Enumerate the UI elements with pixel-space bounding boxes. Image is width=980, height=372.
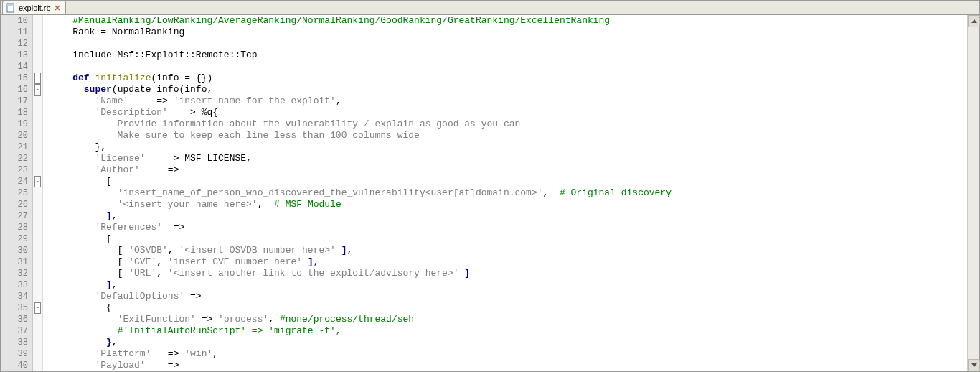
- code-line[interactable]: {: [50, 302, 967, 314]
- fold-cell: [33, 325, 42, 337]
- code-line[interactable]: Make sure to keep each line less than 10…: [50, 130, 967, 141]
- fold-cell: [33, 27, 42, 38]
- fold-cell: [33, 107, 42, 118]
- code-line[interactable]: 'ExitFunction' => 'process', #none/proce…: [50, 314, 967, 325]
- fold-cell[interactable]: -: [33, 176, 42, 187]
- code-line[interactable]: 'DefaultOptions' =>: [50, 291, 967, 302]
- line-number: 15: [1, 73, 32, 84]
- code-line[interactable]: [ 'OSVDB', '<insert OSVDB number here>' …: [50, 245, 967, 256]
- fold-cell: [33, 279, 42, 291]
- fold-cell: [33, 130, 42, 141]
- code-line[interactable]: },: [50, 141, 967, 153]
- code-line[interactable]: 'Author' =>: [50, 164, 967, 176]
- code-line[interactable]: '<insert your name here>', # MSF Module: [50, 199, 967, 210]
- line-number: 19: [1, 118, 32, 130]
- fold-cell: [33, 245, 42, 256]
- code-line[interactable]: 'License' => MSF_LICENSE,: [50, 153, 967, 164]
- line-number: 30: [1, 245, 32, 256]
- fold-toggle-icon[interactable]: -: [34, 84, 41, 96]
- code-line[interactable]: 'Payload' =>: [50, 360, 967, 371]
- line-number: 27: [1, 210, 32, 222]
- svg-rect-1: [7, 4, 14, 6]
- line-number: 26: [1, 199, 32, 210]
- chevron-down-icon: [971, 363, 977, 367]
- code-line[interactable]: [ 'CVE', 'insert CVE number here' ],: [50, 256, 967, 268]
- fold-cell: [33, 233, 42, 245]
- line-number: 35: [1, 302, 32, 314]
- fold-cell: [33, 360, 42, 371]
- code-line[interactable]: },: [50, 337, 967, 348]
- line-number: 34: [1, 291, 32, 302]
- line-number: 32: [1, 268, 32, 279]
- line-number: 33: [1, 279, 32, 291]
- code-line[interactable]: super(update_info(info,: [50, 84, 967, 96]
- code-line[interactable]: [50, 61, 967, 73]
- fold-cell: [33, 291, 42, 302]
- line-number: 10: [1, 15, 32, 27]
- code-line[interactable]: Rank = NormalRanking: [50, 27, 967, 38]
- fold-cell: [33, 96, 42, 107]
- fold-cell: [33, 268, 42, 279]
- line-number: 18: [1, 107, 32, 118]
- line-number: 38: [1, 337, 32, 348]
- fold-toggle-icon[interactable]: -: [34, 73, 41, 84]
- code-line[interactable]: [: [50, 176, 967, 187]
- fold-cell: [33, 348, 42, 360]
- fold-toggle-icon[interactable]: -: [34, 176, 41, 187]
- line-number: 14: [1, 61, 32, 73]
- file-icon: [6, 3, 16, 13]
- vertical-scrollbar[interactable]: [967, 15, 979, 371]
- line-number: 23: [1, 164, 32, 176]
- line-number: 29: [1, 233, 32, 245]
- close-icon[interactable]: [54, 4, 61, 11]
- fold-cell: [33, 61, 42, 73]
- fold-cell: [33, 314, 42, 325]
- line-number: 36: [1, 314, 32, 325]
- fold-cell[interactable]: -: [33, 302, 42, 314]
- fold-cell: [33, 153, 42, 164]
- line-number: 22: [1, 153, 32, 164]
- line-number-gutter: 1011121314151617181920212223242526272829…: [1, 15, 33, 371]
- line-number: 21: [1, 141, 32, 153]
- fold-cell: [33, 164, 42, 176]
- code-line[interactable]: 'Platform' => 'win',: [50, 348, 967, 360]
- code-line[interactable]: [ 'URL', '<insert another link to the ex…: [50, 268, 967, 279]
- code-line[interactable]: ],: [50, 279, 967, 291]
- line-number: 16: [1, 84, 32, 96]
- line-number: 40: [1, 360, 32, 371]
- code-line[interactable]: #'InitialAutoRunScript' => 'migrate -f',: [50, 325, 967, 337]
- file-tab[interactable]: exploit.rb: [2, 1, 66, 14]
- line-number: 24: [1, 176, 32, 187]
- code-line[interactable]: include Msf::Exploit::Remote::Tcp: [50, 50, 967, 61]
- fold-cell: [33, 38, 42, 50]
- fold-cell[interactable]: -: [33, 84, 42, 96]
- code-line[interactable]: def initialize(info = {}): [50, 73, 967, 84]
- chevron-up-icon: [971, 19, 977, 23]
- code-line[interactable]: [50, 38, 967, 50]
- code-line[interactable]: 'Description' => %q{: [50, 107, 967, 118]
- fold-cell[interactable]: -: [33, 73, 42, 84]
- code-line[interactable]: 'References' =>: [50, 222, 967, 233]
- scroll-up-button[interactable]: [968, 15, 980, 27]
- fold-toggle-icon[interactable]: -: [34, 302, 41, 314]
- line-number: 37: [1, 325, 32, 337]
- fold-cell: [33, 199, 42, 210]
- scroll-down-button[interactable]: [968, 359, 980, 371]
- code-line[interactable]: 'insert_name_of_person_who_discovered_th…: [50, 187, 967, 199]
- file-tab-label: exploit.rb: [19, 4, 51, 12]
- code-line[interactable]: ],: [50, 210, 967, 222]
- fold-cell: [33, 141, 42, 153]
- tab-bar: exploit.rb: [1, 1, 979, 15]
- code-area[interactable]: #ManualRanking/LowRanking/AverageRanking…: [43, 15, 967, 371]
- code-line[interactable]: 'Name' => 'insert name for the exploit',: [50, 96, 967, 107]
- fold-cell: [33, 187, 42, 199]
- code-line[interactable]: #ManualRanking/LowRanking/AverageRanking…: [50, 15, 967, 27]
- fold-cell: [33, 256, 42, 268]
- fold-cell: [33, 50, 42, 61]
- code-line[interactable]: Provide information about the vulnerabil…: [50, 118, 967, 130]
- fold-column: ----: [33, 15, 43, 371]
- line-number: 20: [1, 130, 32, 141]
- code-line[interactable]: [: [50, 233, 967, 245]
- line-number: 28: [1, 222, 32, 233]
- line-number: 25: [1, 187, 32, 199]
